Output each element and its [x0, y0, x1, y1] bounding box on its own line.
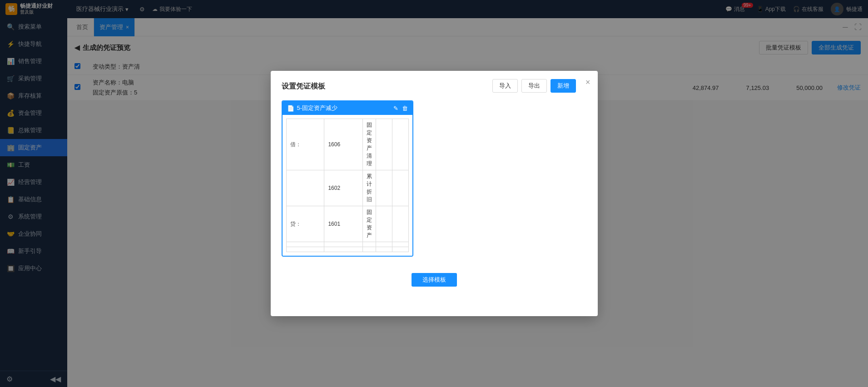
template-doc-icon: 📄 — [287, 105, 294, 112]
template-card-body: 借： 1606 固定资产清理 1602 累计折旧 — [283, 115, 412, 256]
entry-empty-1 — [392, 119, 408, 170]
entry-name-2: 固定资产 — [362, 206, 376, 242]
entry-name-1: 累计折旧 — [362, 170, 376, 206]
template-header-text: 5-固定资产减少 — [297, 104, 338, 112]
new-button[interactable]: 新增 — [551, 79, 576, 93]
template-card-title: 📄 5-固定资产减少 — [287, 104, 338, 112]
entry-type-3 — [286, 242, 324, 247]
modal-close-button[interactable]: × — [585, 78, 590, 86]
template-entry-row: 1602 累计折旧 — [286, 170, 408, 206]
entry-type-2: 贷： — [286, 206, 324, 242]
template-entry-row: 借： 1606 固定资产清理 — [286, 119, 408, 170]
modal-set-template: 设置凭证模板 导入 导出 新增 × 📄 5-固定资产减少 ✎ 🗑 — [271, 71, 598, 316]
entry-empty-4 — [376, 206, 392, 242]
entry-empty-0 — [376, 119, 392, 170]
modal-content: 📄 5-固定资产减少 ✎ 🗑 借： 1606 固 — [282, 100, 587, 257]
import-button[interactable]: 导入 — [492, 79, 518, 93]
select-template-button[interactable]: 选择模板 — [412, 273, 457, 287]
template-entry-row: 贷： 1601 固定资产 — [286, 206, 408, 242]
export-button[interactable]: 导出 — [521, 79, 547, 93]
template-entries-table: 借： 1606 固定资产清理 1602 累计折旧 — [286, 119, 409, 252]
entry-code-1: 1602 — [324, 170, 362, 206]
entry-name-0: 固定资产清理 — [362, 119, 376, 170]
entry-empty-8 — [376, 247, 392, 252]
template-card-actions: ✎ 🗑 — [393, 105, 408, 112]
entry-type-1 — [286, 170, 324, 206]
modal-footer: 选择模板 — [282, 266, 587, 287]
template-card: 📄 5-固定资产减少 ✎ 🗑 借： 1606 固 — [282, 100, 413, 257]
entry-code-4 — [324, 247, 362, 252]
entry-empty-3 — [392, 170, 408, 206]
entry-empty-5 — [392, 206, 408, 242]
entry-code-2: 1601 — [324, 206, 362, 242]
template-card-header: 📄 5-固定资产减少 ✎ 🗑 — [283, 101, 412, 115]
entry-name-4 — [362, 247, 376, 252]
entry-empty-2 — [376, 170, 392, 206]
modal-overlay: 设置凭证模板 导入 导出 新增 × 📄 5-固定资产减少 ✎ 🗑 — [0, 0, 868, 387]
template-delete-icon[interactable]: 🗑 — [402, 105, 408, 112]
template-edit-icon[interactable]: ✎ — [393, 105, 398, 112]
entry-empty-6 — [376, 242, 392, 247]
template-entry-row — [286, 242, 408, 247]
entry-type-4 — [286, 247, 324, 252]
entry-name-3 — [362, 242, 376, 247]
modal-header-actions: 导入 导出 新增 — [492, 79, 576, 93]
entry-empty-7 — [392, 242, 408, 247]
entry-code-3 — [324, 242, 362, 247]
template-entry-row — [286, 247, 408, 252]
entry-empty-9 — [392, 247, 408, 252]
entry-code-0: 1606 — [324, 119, 362, 170]
entry-type-0: 借： — [286, 119, 324, 170]
